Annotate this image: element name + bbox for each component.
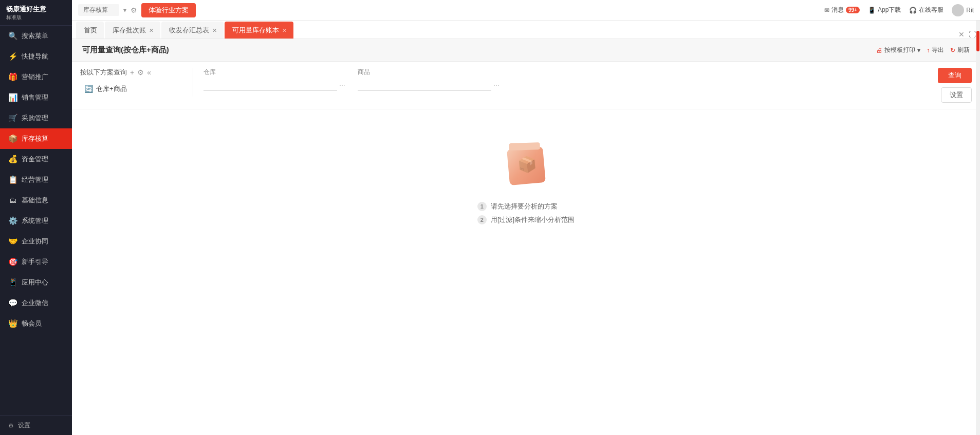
empty-illustration <box>501 140 552 192</box>
search-icon: 🔍 <box>8 31 17 41</box>
warehouse-input[interactable] <box>204 79 337 91</box>
warehouse-input-row: ··· <box>204 79 347 91</box>
sidebar-item-label: 应用中心 <box>22 278 48 287</box>
tab-close-available_qty[interactable]: ✕ <box>282 28 287 33</box>
product-label: 商品 <box>358 68 502 77</box>
purchase-icon: 🛒 <box>8 114 17 123</box>
sidebar-item-operation[interactable]: 📋 经营管理 <box>0 169 72 190</box>
empty-tip-2: 2 用[过滤]条件来缩小分析范围 <box>477 215 575 224</box>
tab-available_qty[interactable]: 可用量库存账本✕ <box>225 22 293 39</box>
tab-label-batch_account: 库存批次账 <box>113 26 146 35</box>
topbar-user[interactable]: Rit <box>952 4 974 16</box>
print-chevron-icon: ▾ <box>917 47 920 54</box>
query-button[interactable]: 查询 <box>938 68 972 83</box>
system-icon: ⚙️ <box>8 216 17 225</box>
sidebar-logo: 畅康通好生意 标准版 <box>0 0 72 26</box>
print-button[interactable]: 🖨 按模板打印 ▾ <box>876 46 920 54</box>
product-input[interactable] <box>358 79 491 91</box>
scheme-label-warehouse_product: 仓库+商品 <box>96 84 127 93</box>
page-header: 可用量查询(按仓库+商品) 🖨 按模板打印 ▾ ↑ 导出 ↻ 刷新 <box>72 39 980 62</box>
logo-subtitle: 标准版 <box>6 14 66 21</box>
tab-close-all-icon[interactable]: ✕ <box>958 30 965 39</box>
sidebar-item-purchase[interactable]: 🛒 采购管理 <box>0 108 72 128</box>
tab-label-available_qty: 可用量库存账本 <box>232 26 279 35</box>
filter-header-label: 按以下方案查询 <box>80 68 127 77</box>
sidebar-item-app_center[interactable]: 📱 应用中心 <box>0 272 72 293</box>
membership-icon: 👑 <box>8 319 17 328</box>
sidebar-item-membership[interactable]: 👑 畅会员 <box>0 313 72 334</box>
export-label: 导出 <box>932 46 944 54</box>
sidebar-bottom-settings[interactable]: ⚙ 设置 <box>0 415 72 435</box>
inventory-icon: 📦 <box>8 134 17 143</box>
tab-close-summary[interactable]: ✕ <box>212 28 217 33</box>
message-label: 消息 <box>831 6 844 14</box>
topbar-customer-service[interactable]: 🎧 在线客服 <box>909 6 944 14</box>
scheme-warehouse_product[interactable]: 🔄 仓库+商品 <box>80 81 187 97</box>
settings-label: 设置 <box>18 421 30 430</box>
tip-number-2: 2 <box>477 215 487 224</box>
collapse-icon[interactable]: « <box>147 68 151 77</box>
page-title: 可用量查询(按仓库+商品) <box>82 45 169 55</box>
topbar-app-download[interactable]: 📱 App下载 <box>868 6 901 14</box>
sidebar-item-newbie[interactable]: 🎯 新手引导 <box>0 252 72 272</box>
sidebar-item-label: 企业微信 <box>22 298 48 308</box>
app_center-icon: 📱 <box>8 278 17 287</box>
sidebar-item-label: 经营管理 <box>22 175 48 184</box>
sidebar-item-sales[interactable]: 📊 销售管理 <box>0 87 72 108</box>
finance-icon: 💰 <box>8 155 17 164</box>
sidebar-item-label: 资金管理 <box>22 155 48 164</box>
sidebar-item-label: 库存核算 <box>22 134 48 143</box>
scheme-icon-warehouse_product: 🔄 <box>84 85 93 93</box>
tab-summary[interactable]: 收发存汇总表✕ <box>161 22 224 39</box>
tab-batch_account[interactable]: 库存批次账✕ <box>105 22 160 39</box>
scheme-settings-icon[interactable]: ⚙ <box>137 68 144 77</box>
sales-icon: 📊 <box>8 93 17 102</box>
empty-tip-1: 1 请先选择要分析的方案 <box>477 202 575 211</box>
refresh-button[interactable]: ↻ 刷新 <box>950 46 970 54</box>
tab-home[interactable]: 首页 <box>76 22 104 39</box>
sidebar-item-cooperation[interactable]: 🤝 企业协同 <box>0 231 72 252</box>
newbie-icon: 🎯 <box>8 257 17 267</box>
export-icon: ↑ <box>927 47 930 54</box>
sidebar-item-basic_info[interactable]: 🗂 基础信息 <box>0 190 72 211</box>
product-dots[interactable]: ··· <box>493 81 500 89</box>
filter-schemes-panel: 按以下方案查询 + ⚙ « 🔄 仓库+商品 <box>80 68 193 97</box>
filter-area: 按以下方案查询 + ⚙ « 🔄 仓库+商品 仓库 ··· <box>72 62 980 109</box>
tab-close-batch_account[interactable]: ✕ <box>149 28 154 33</box>
tip-number-1: 1 <box>477 202 487 211</box>
settings-button[interactable]: 设置 <box>941 87 972 103</box>
tab-expand-icon[interactable]: ⛶ <box>969 30 976 39</box>
sidebar-item-label: 采购管理 <box>22 114 48 123</box>
export-button[interactable]: ↑ 导出 <box>927 46 944 54</box>
topbar-message[interactable]: ✉ 消息 99+ <box>824 6 860 14</box>
sidebar-item-enterprise_wechat[interactable]: 💬 企业微信 <box>0 293 72 313</box>
marketing_promo-icon: 🎁 <box>8 72 17 82</box>
sidebar-item-marketing_promo[interactable]: 🎁 营销推广 <box>0 67 72 87</box>
message-icon: ✉ <box>824 7 829 14</box>
refresh-icon: ↻ <box>950 47 955 54</box>
filter-schemes-header: 按以下方案查询 + ⚙ « <box>80 68 187 77</box>
phone-icon: 📱 <box>868 7 876 14</box>
sidebar-item-system[interactable]: ⚙️ 系统管理 <box>0 211 72 231</box>
sidebar-item-label: 系统管理 <box>22 216 48 225</box>
message-badge: 99+ <box>846 7 860 13</box>
topbar-right: ✉ 消息 99+ 📱 App下载 🎧 在线客服 Rit <box>824 4 974 16</box>
sidebar-item-label: 新手引导 <box>22 257 48 267</box>
topbar-gear-icon[interactable]: ⚙ <box>131 6 137 14</box>
sidebar-item-shortcut[interactable]: ⚡ 快捷导航 <box>0 46 72 67</box>
shortcut-icon: ⚡ <box>8 52 17 61</box>
tab-label-home: 首页 <box>84 26 97 35</box>
trial-button[interactable]: 体验行业方案 <box>141 3 196 17</box>
sidebar-item-finance[interactable]: 💰 资金管理 <box>0 149 72 169</box>
empty-state: 1 请先选择要分析的方案 2 用[过滤]条件来缩小分析范围 <box>72 109 980 245</box>
cooperation-icon: 🤝 <box>8 237 17 246</box>
tip-text-2: 用[过滤]条件来缩小分析范围 <box>491 215 575 224</box>
refresh-label: 刷新 <box>957 46 970 54</box>
empty-tips: 1 请先选择要分析的方案 2 用[过滤]条件来缩小分析范围 <box>477 202 575 224</box>
warehouse-dots[interactable]: ··· <box>339 81 345 89</box>
sidebar-item-inventory[interactable]: 📦 库存核算 <box>0 128 72 149</box>
sidebar-item-search[interactable]: 🔍 搜索菜单 <box>0 26 72 46</box>
sidebar-item-label: 基础信息 <box>22 196 48 205</box>
operation-icon: 📋 <box>8 175 17 184</box>
add-scheme-icon[interactable]: + <box>130 68 134 77</box>
